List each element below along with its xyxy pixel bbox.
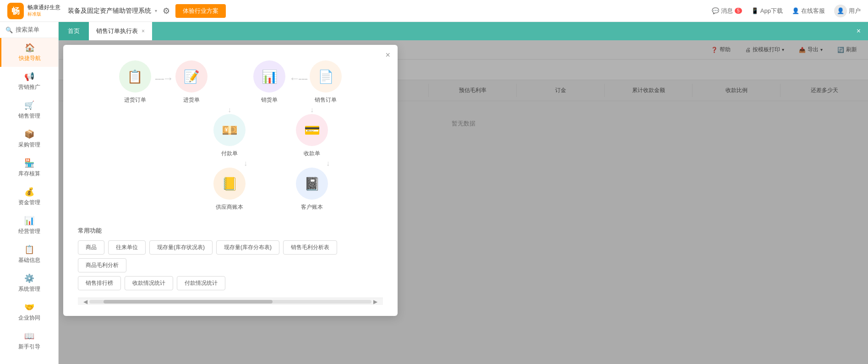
payment-icon: 💴 [213, 114, 246, 146]
scroll-right-icon[interactable]: ▶ [371, 299, 379, 305]
sales-bill-icon: 📊 [253, 60, 285, 92]
avatar: 👤 [834, 5, 847, 17]
message-icon: 💬 [712, 7, 719, 14]
gear-icon: ⚙️ [24, 273, 34, 283]
sidebar-item-enterprise[interactable]: 🤝 企业协同 [0, 298, 58, 326]
customer-ledger-icon: 📓 [296, 168, 328, 200]
flow-modal: × 📋 进货订单 [63, 45, 398, 316]
flow-node-purchase-bill: 📝 进货单 [175, 60, 207, 104]
settings-icon[interactable]: ⚙ [163, 6, 170, 16]
clipboard-icon: 📋 [24, 244, 34, 255]
handshake-icon: 🤝 [24, 302, 34, 312]
common-functions-section: 常用功能 商品 往来单位 现存量(库存状况表) 现存量(库存分布表) 销售毛利分… [78, 227, 383, 290]
logo-area: 畅 畅康通好生意 标准版 [7, 3, 60, 19]
tab-home[interactable]: 首页 [59, 22, 89, 40]
service-icon: 👤 [792, 7, 799, 14]
func-btn-payment-stats[interactable]: 付款情况统计 [177, 276, 225, 290]
package-icon: 📦 [24, 129, 34, 139]
scroll-left-icon[interactable]: ◀ [82, 299, 89, 305]
purchase-bill-icon: 📝 [175, 60, 207, 92]
sidebar-item-system[interactable]: ⚙️ 系统管理 [0, 269, 58, 298]
system-dropdown[interactable]: ▾ [155, 8, 157, 13]
payment-label: 付款单 [221, 150, 238, 158]
purchase-order-icon: 📋 [119, 60, 151, 92]
receipt-down-arrow: ↓ [312, 159, 344, 168]
tab-close-all-button[interactable]: × [849, 27, 868, 35]
chevron-down-icon: ▾ [155, 8, 157, 13]
receipt-icon: 💳 [296, 114, 328, 146]
online-service-button[interactable]: 👤 在线客服 [792, 7, 825, 15]
sidebar-item-label: 快捷导航 [19, 54, 41, 62]
cart-icon: 🛒 [24, 100, 34, 110]
sales-order-icon: 📄 [310, 60, 342, 92]
func-buttons-row2: 销售排行榜 收款情况统计 付款情况统计 [78, 276, 383, 290]
modal-scrollbar[interactable]: ◀ ▶ [78, 298, 383, 305]
sales-order-label: 销售订单 [315, 96, 337, 104]
money-icon: 💰 [24, 187, 34, 197]
sidebar-item-marketing[interactable]: 📢 营销推广 [0, 67, 58, 96]
customer-ledger-label: 客户账本 [301, 203, 323, 211]
func-btn-product[interactable]: 商品 [78, 240, 104, 255]
user-menu[interactable]: 👤 用户 [834, 5, 861, 17]
func-btn-sales-analysis[interactable]: 销售毛利分析表 [283, 240, 337, 255]
download-icon: 📱 [751, 7, 759, 14]
logo-text: 畅康通好生意 [27, 4, 60, 11]
sidebar-item-basic-info[interactable]: 📋 基础信息 [0, 240, 58, 269]
experience-button[interactable]: 体验行业方案 [175, 4, 226, 18]
tab-close-icon[interactable]: × [142, 28, 145, 34]
search-icon: 🔍 [5, 27, 13, 33]
flow-node-sales-bill: 📊 销货单 [253, 60, 285, 104]
func-buttons-row1: 商品 往来单位 现存量(库存状况表) 现存量(库存分布表) 销售毛利分析表 商品… [78, 240, 383, 272]
arrow-right-solid: - - -→ [155, 72, 172, 85]
sidebar-item-operations[interactable]: 📊 经营管理 [0, 211, 58, 240]
sidebar: 🔍 搜索菜单 🏠 快捷导航 📢 营销推广 🛒 销售管理 📦 采购管理 🏪 [0, 22, 59, 364]
logo-icon: 畅 [7, 3, 24, 19]
func-btn-counterpart[interactable]: 往来单位 [108, 240, 146, 255]
content-body: ❓ 帮助 🖨 按模板打印 ▾ 📤 导出 ▾ [59, 40, 868, 364]
message-button[interactable]: 💬 消息 5 [712, 7, 742, 15]
flow-node-sales-order: 📄 销售订单 [310, 60, 342, 104]
receipt-label: 收款单 [304, 150, 320, 158]
sales-bill-label: 销货单 [261, 96, 278, 104]
flow-node-supplier-ledger: 📒 供应商账本 [213, 168, 246, 211]
func-btn-sales-ranking[interactable]: 销售排行榜 [78, 276, 121, 290]
tab-sales-order[interactable]: 销售订单执行表 × [89, 22, 152, 40]
sidebar-item-sales[interactable]: 🛒 销售管理 [0, 96, 58, 125]
megaphone-icon: 📢 [24, 71, 34, 81]
sidebar-item-purchase[interactable]: 📦 采购管理 [0, 125, 58, 153]
sidebar-item-guide[interactable]: 📖 新手引导 [0, 326, 58, 355]
system-title: 装备及固定资产辅助管理系统 [68, 7, 151, 15]
supplier-ledger-icon: 📒 [213, 168, 246, 200]
chart-icon: 📊 [24, 216, 34, 226]
search-menu-button[interactable]: 🔍 搜索菜单 [0, 22, 58, 38]
book-icon: 📖 [24, 331, 34, 341]
func-btn-product-margin[interactable]: 商品毛利分析 [78, 258, 126, 272]
purchase-order-label: 进货订单 [124, 96, 146, 104]
flow-node-payment: 💴 付款单 [213, 114, 246, 158]
func-btn-receipt-stats[interactable]: 收款情况统计 [125, 276, 173, 290]
func-btn-stock-distribution[interactable]: 现存量(库存分布表) [216, 240, 279, 255]
top-bar-right: 💬 消息 5 📱 App下载 👤 在线客服 👤 用户 [712, 5, 861, 17]
app-download-button[interactable]: 📱 App下载 [751, 7, 783, 15]
scrollbar-track[interactable] [89, 300, 371, 304]
home-icon: 🏠 [25, 43, 35, 53]
modal-overlay: × 📋 进货订单 [59, 40, 868, 364]
supplier-ledger-label: 供应商账本 [216, 203, 243, 211]
purchase-bill-label: 进货单 [183, 96, 200, 104]
purchase-bill-down-arrow: ↓ [213, 106, 246, 114]
flow-node-customer-ledger: 📓 客户账本 [296, 168, 328, 211]
tab-bar: 首页 销售订单执行表 × × [59, 22, 868, 40]
modal-close-button[interactable]: × [385, 50, 390, 60]
scrollbar-thumb [104, 300, 273, 304]
func-btn-stock-status[interactable]: 现存量(库存状况表) [149, 240, 213, 255]
sidebar-item-finance[interactable]: 💰 资金管理 [0, 182, 58, 211]
common-functions-title: 常用功能 [78, 227, 383, 235]
store-icon: 🏪 [24, 158, 34, 168]
flow-node-receipt: 💳 收款单 [296, 114, 328, 158]
arrow-left-dashed: ←- - - [289, 72, 306, 85]
sidebar-item-quick-nav[interactable]: 🏠 快捷导航 [0, 38, 58, 67]
sidebar-item-inventory[interactable]: 🏪 库存核算 [0, 153, 58, 182]
flow-node-purchase-order: 📋 进货订单 [119, 60, 151, 104]
payment-down-arrow: ↓ [229, 159, 262, 168]
message-label: 消息 [721, 7, 733, 15]
